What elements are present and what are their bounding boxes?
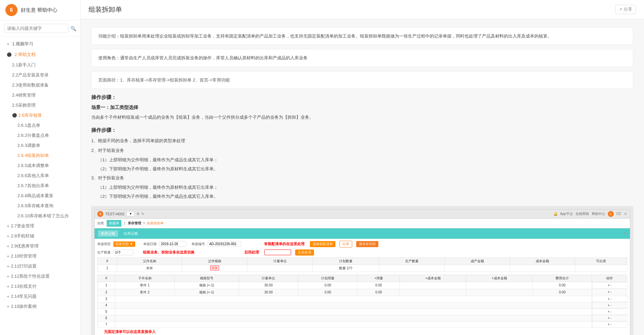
sidebar-item-online-pay[interactable]: + 2.13在线支付 — [0, 281, 80, 291]
inventory-minus-icon: ⚫ — [12, 113, 17, 118]
sidebar-item-data-prep[interactable]: 2.3使用前数据准备 — [0, 80, 80, 90]
td2-empty-3 — [115, 296, 592, 302]
intro-block: 功能介绍：组装拆卸单用来处理企业组装或拆卸等加工业务，支持有固定装配清单的产品加… — [91, 27, 633, 45]
mock-tab-out[interactable]: 出库记账 — [121, 230, 141, 237]
sidebar-item-sales[interactable]: 2.4销售管理 — [0, 90, 80, 100]
mock-id-input[interactable] — [208, 241, 241, 247]
sidebar-item-account-error[interactable]: 2.6.10库存账本错了怎么办 — [17, 211, 80, 221]
sidebar-item-other-out[interactable]: 2.6.7其他出库单 — [17, 181, 80, 191]
td-plan-qty: 数量 1/个 — [313, 265, 379, 272]
sidebar-item-inventory-label: 2.6库存核算 — [18, 112, 42, 118]
td2-action-add[interactable]: + — [608, 283, 610, 287]
sidebar-item-cost-adjust[interactable]: 2.6.5成本调整单 — [17, 161, 80, 171]
td2-action-del[interactable]: - — [610, 283, 611, 287]
sidebar-item-transfer[interactable]: 2.6.3调拨单 — [17, 141, 80, 151]
td2-num-4: 4 — [98, 302, 115, 309]
sidebar-item-print[interactable]: + 2.11打印设置 — [0, 261, 80, 271]
topbar: 组装拆卸单 ↗ 分享 — [80, 0, 644, 19]
print-plus-icon: + — [7, 264, 9, 269]
path-text: 页面路径：1、库存核算->库存管理->组装拆卸单 2、首页->常用功能 — [98, 77, 230, 82]
td2-action-add-5[interactable]: + — [608, 310, 610, 314]
sidebar-item-stocktake[interactable]: 2.6.1盘点单 — [17, 120, 80, 130]
scene1-title: 场景一：加工类型选择 — [91, 105, 633, 111]
sidebar-item-video[interactable]: + 1.视频学习 — [0, 39, 80, 49]
sidebar-item-inventory[interactable]: ⚫ 2.6库存核算 — [0, 110, 80, 120]
td2-action-add-4[interactable]: + — [608, 303, 610, 307]
th-num: # — [98, 258, 117, 265]
sidebar-item-finance[interactable]: + 2.7资金管理 — [0, 221, 80, 231]
mock-select-bom-btn[interactable]: 选择装配清单 — [310, 241, 335, 247]
sidebar-item-mobile[interactable]: + 2.8手机旺铺 — [0, 231, 80, 241]
sidebar-item-install[interactable]: 2.2产品安装及登录 — [0, 70, 80, 80]
mock-user-avatar: C — [608, 211, 614, 217]
td-actual-qty — [379, 265, 445, 272]
mock-nav-new[interactable]: 新建单 — [107, 220, 121, 227]
sidebar-item-system[interactable]: + 2.12系统个性化设置 — [0, 271, 80, 281]
sidebar-item-cases[interactable]: + 2.15操作案例 — [0, 301, 80, 312]
sidebar-header: 6 好生意 帮助中心 — [0, 0, 80, 20]
td2-action-del-3[interactable]: - — [610, 297, 611, 301]
mock-nav-arrow: > — [143, 221, 145, 225]
sidebar-item-assembly[interactable]: 2.6.4组装拆卸单 — [17, 151, 80, 161]
mock-dialog-close[interactable]: ✕ — [623, 231, 627, 236]
sidebar-item-newcomer[interactable]: 2.1新手入门 — [0, 60, 80, 70]
td2-action-del-2[interactable]: - — [610, 290, 611, 294]
sidebar-item-stock-query[interactable]: 2.6.9库存账本查询 — [17, 201, 80, 211]
operations-section: 操作步骤： 场景一：加工类型选择 当由多个子件材料组装成一个成品的业务为【组装】… — [91, 94, 633, 201]
th-plan-qty: 计划数量 — [313, 258, 379, 265]
sidebar-item-cost-calc[interactable]: 2.6.8商品成本重算 — [17, 191, 80, 201]
search-input[interactable] — [4, 24, 68, 33]
share-label: 分享 — [624, 6, 632, 12]
td2-cost2 — [466, 282, 533, 289]
mock-icon-help2: 帮助中心 — [592, 212, 605, 216]
mock-icon-apps: App平台 — [560, 212, 573, 216]
td2-num: 1 — [98, 282, 115, 289]
sidebar-item-operations-label: 2.10经营管理 — [11, 253, 37, 259]
td2-action-add-2[interactable]: + — [608, 290, 610, 294]
td2-total-2: 0.00 — [533, 289, 592, 296]
sidebar-item-common-issues[interactable]: + 2.14常见问题 — [0, 291, 80, 301]
mock-table-parent-header: # 父件名称 父件规格 计量单位 计划数量 生产数量 成产金额 成本金额 可出库 — [98, 258, 627, 265]
td2-num-2: 2 — [98, 289, 115, 296]
sidebar-item-voucher[interactable]: + 2.9优惠券管理 — [0, 241, 80, 251]
td2-action-del-7[interactable]: - — [610, 323, 611, 326]
mock-tab-in[interactable]: 来库记账 — [98, 230, 118, 237]
sidebar-item-partial-stocktake[interactable]: 2.6.2分量盘点单 — [17, 130, 80, 141]
mock-logo-icon: 6 — [97, 211, 103, 217]
mock-nav-home[interactable]: 自然 — [97, 221, 104, 226]
sidebar-item-purchase[interactable]: 2.5采购管理 — [0, 100, 80, 110]
sidebar-item-finance-label: 2.7资金管理 — [11, 223, 34, 229]
table-row: 4 + - — [98, 302, 627, 309]
sidebar-item-voucher-label: 2.9优惠券管理 — [11, 243, 39, 249]
td2-action-del-6[interactable]: - — [610, 316, 611, 320]
share-button[interactable]: ↗ 分享 — [615, 5, 636, 14]
mock-dropdown[interactable]: ▼ — [126, 211, 135, 216]
sidebar-item-print-label: 2.11打印设置 — [11, 263, 37, 269]
mock-count-input[interactable] — [113, 249, 133, 255]
td2-num-3: 3 — [98, 296, 115, 302]
th2-total: 费用合计 — [533, 275, 592, 282]
mock-label-count: 生产数量 — [97, 250, 111, 255]
td2-action-add-3[interactable]: + — [608, 297, 610, 301]
mock-icon-bell: 🔔 — [553, 212, 557, 216]
mock-icon-settings: ⚙ — [137, 212, 140, 216]
td2-action-del-4[interactable]: - — [610, 303, 611, 307]
td2-action-del-5[interactable]: - — [610, 310, 611, 314]
table-row: 6 + - — [98, 315, 627, 321]
mock-enable-input[interactable] — [264, 249, 291, 255]
mock-date-input[interactable] — [159, 241, 186, 247]
mock-confirm-btn[interactable]: 出库 — [339, 241, 352, 247]
mock-process-btn[interactable]: 立采处理 — [295, 249, 314, 256]
td-num: 1 — [98, 265, 117, 272]
td2-action-add-6[interactable]: + — [608, 316, 610, 320]
mock-close-icon[interactable]: ✕ — [624, 212, 627, 216]
sidebar-item-operations[interactable]: + 2.10经营管理 — [0, 251, 80, 261]
sidebar-item-other-in[interactable]: 2.6.6其他入库单 — [17, 171, 80, 181]
mock-save-btn[interactable]: 保存并关闭 — [356, 241, 378, 247]
td2-unit: 30.00 — [239, 282, 298, 289]
td2-action-add-7[interactable]: + — [608, 323, 610, 326]
voucher-plus-icon: + — [7, 243, 9, 249]
search-icon[interactable]: 🔍 — [70, 26, 76, 31]
sidebar-item-help-docs[interactable]: ⚫ 2.帮助文档 — [0, 49, 80, 60]
td2-plan: 0.00 — [298, 282, 358, 289]
